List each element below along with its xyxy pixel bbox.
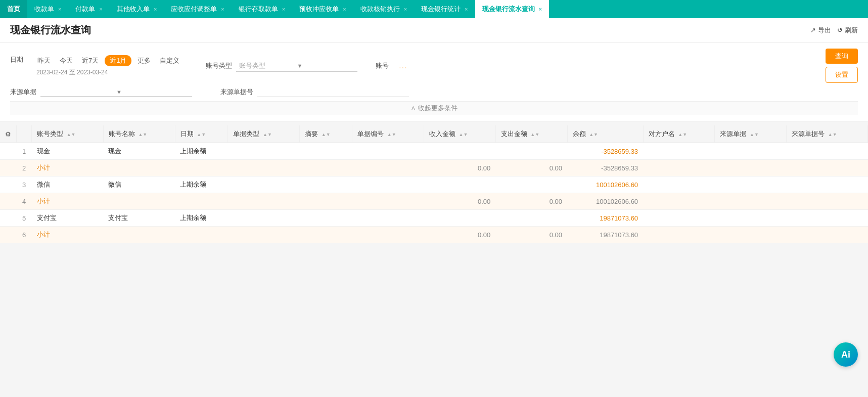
- th-source-bill[interactable]: 来源单据 ▲▼: [715, 125, 787, 143]
- cell-bill_no: [352, 160, 424, 177]
- nav-close-1[interactable]: ×: [99, 0, 102, 18]
- th-num: [17, 125, 32, 143]
- date-more-btn[interactable]: 更多: [134, 55, 154, 66]
- cell-balance: -3528659.33: [567, 143, 643, 160]
- date-yesterday-btn[interactable]: 昨天: [34, 55, 54, 66]
- nav-tab-6[interactable]: 收款核销执行 ×: [353, 0, 414, 18]
- th-account-type[interactable]: 账号类型 ▲▼: [32, 125, 104, 143]
- cell-bill_type: [228, 177, 300, 193]
- cell-income: [424, 177, 495, 193]
- cell-source_bill_no: [787, 143, 868, 160]
- th-bill-type[interactable]: 单据类型 ▲▼: [228, 125, 300, 143]
- table-area: ⚙ 账号类型 ▲▼ 账号名称 ▲▼ 日期 ▲▼ 单据类型 ▲▼: [0, 125, 868, 243]
- row-number: 5: [17, 210, 32, 227]
- date-today-btn[interactable]: 今天: [57, 55, 76, 66]
- th-balance[interactable]: 余额 ▲▼: [567, 125, 643, 143]
- nav-tab-0[interactable]: 收款单 ×: [27, 0, 68, 18]
- table-header-row: ⚙ 账号类型 ▲▼ 账号名称 ▲▼ 日期 ▲▼ 单据类型 ▲▼: [0, 125, 868, 143]
- nav-tab-2[interactable]: 其他收入单 ×: [110, 0, 164, 18]
- cell-source_bill: [715, 227, 787, 243]
- source-bill-no-filter: 来源单据号: [220, 87, 409, 97]
- nav-home[interactable]: 首页: [0, 0, 27, 18]
- search-button[interactable]: 查询: [826, 49, 858, 64]
- cell-date: [175, 160, 228, 177]
- nav-close-7[interactable]: ×: [465, 0, 468, 18]
- action-buttons: 查询 设置: [826, 49, 858, 83]
- nav-close-5[interactable]: ×: [343, 0, 346, 18]
- account-type-select[interactable]: 账号类型 ▼: [236, 60, 357, 72]
- th-bill-no[interactable]: 单据编号 ▲▼: [352, 125, 424, 143]
- th-date[interactable]: 日期 ▲▼: [175, 125, 228, 143]
- cell-summary: [300, 160, 352, 177]
- cell-summary: [300, 143, 352, 160]
- sort-counterparty-icon: ▲▼: [678, 133, 687, 137]
- cell-summary: [300, 193, 352, 210]
- cell-account_type: 支付宝: [32, 210, 104, 227]
- source-bill-label: 来源单据: [10, 87, 36, 97]
- account-type-label: 账号类型: [206, 61, 232, 70]
- nav-tab-7[interactable]: 现金银行统计 ×: [414, 0, 475, 18]
- nav-close-6[interactable]: ×: [404, 0, 407, 18]
- table-row: 6小计0.000.0019871073.60: [0, 227, 868, 243]
- nav-close-8[interactable]: ×: [539, 0, 542, 18]
- cell-source_bill: [715, 193, 787, 210]
- th-summary[interactable]: 摘要 ▲▼: [300, 125, 352, 143]
- nav-tab-3[interactable]: 应收应付调整单 ×: [164, 0, 231, 18]
- date-label: 日期: [10, 55, 30, 64]
- table-body: 1现金现金上期余额-3528659.332小计0.000.00-3528659.…: [0, 143, 868, 243]
- cell-bill_no: [352, 210, 424, 227]
- cell-income: 0.00: [424, 193, 495, 210]
- cell-account_type: 小计: [32, 227, 104, 243]
- th-income[interactable]: 收入金额 ▲▼: [424, 125, 495, 143]
- account-type-arrow-icon: ▼: [297, 63, 354, 69]
- cell-account_name: 支付宝: [103, 210, 175, 227]
- cell-counterparty: [643, 210, 715, 227]
- th-source-bill-no[interactable]: 来源单据号 ▲▼: [787, 125, 868, 143]
- account-dots-button[interactable]: ...: [399, 62, 407, 70]
- nav-tab-8[interactable]: 现金银行流水查询 ×: [475, 0, 549, 18]
- sort-account-type-icon: ▲▼: [67, 133, 76, 137]
- cell-counterparty: [643, 193, 715, 210]
- nav-close-4[interactable]: ×: [282, 0, 285, 18]
- table-row: 2小计0.000.00-3528659.33: [0, 160, 868, 177]
- source-bill-select[interactable]: ▼: [40, 88, 192, 97]
- date-7days-btn[interactable]: 近7天: [79, 55, 102, 66]
- sort-bill-type-icon: ▲▼: [263, 133, 272, 137]
- page-header: 现金银行流水查询 ↗ 导出 ↺ 刷新: [0, 18, 868, 42]
- export-button[interactable]: ↗ 导出: [810, 26, 831, 35]
- cell-date: 上期余额: [175, 177, 228, 193]
- nav-tab-1[interactable]: 付款单 ×: [68, 0, 109, 18]
- data-table: ⚙ 账号类型 ▲▼ 账号名称 ▲▼ 日期 ▲▼ 单据类型 ▲▼: [0, 125, 868, 243]
- filter-row-1: 日期 昨天 今天 近7天 近1月 更多 自定义 2023-02-24 至 202…: [10, 49, 858, 83]
- sort-income-icon: ▲▼: [459, 133, 468, 137]
- cell-counterparty: [643, 143, 715, 160]
- nav-close-0[interactable]: ×: [58, 0, 61, 18]
- settings-button[interactable]: 设置: [826, 67, 858, 83]
- nav-tab-4[interactable]: 银行存取款单 ×: [232, 0, 292, 18]
- source-bill-filter: 来源单据 ▼: [10, 87, 192, 97]
- cell-account_name: [103, 193, 175, 210]
- cell-summary: [300, 210, 352, 227]
- sort-source-bill-no-icon: ▲▼: [828, 133, 837, 137]
- th-account-name[interactable]: 账号名称 ▲▼: [103, 125, 175, 143]
- th-counterparty[interactable]: 对方户名 ▲▼: [643, 125, 715, 143]
- nav-tab-5[interactable]: 预收冲应收单 ×: [292, 0, 353, 18]
- cell-counterparty: [643, 160, 715, 177]
- account-label: 账号: [376, 61, 396, 70]
- date-custom-btn[interactable]: 自定义: [157, 55, 182, 66]
- cell-bill_no: [352, 193, 424, 210]
- page-title: 现金银行流水查询: [10, 23, 91, 37]
- cell-source_bill_no: [787, 210, 868, 227]
- date-1month-btn[interactable]: 近1月: [105, 55, 131, 66]
- refresh-button[interactable]: ↺ 刷新: [837, 26, 858, 35]
- collapse-bar[interactable]: ∧ 收起更多条件: [10, 101, 858, 115]
- cell-expense: 0.00: [495, 193, 567, 210]
- nav-close-2[interactable]: ×: [154, 0, 157, 18]
- row-gear-cell: [0, 160, 17, 177]
- source-bill-no-input[interactable]: [257, 87, 409, 97]
- th-expense[interactable]: 支出金额 ▲▼: [495, 125, 567, 143]
- cell-expense: [495, 143, 567, 160]
- cell-balance: 19871073.60: [567, 227, 643, 243]
- gear-icon[interactable]: ⚙: [5, 130, 11, 138]
- nav-close-3[interactable]: ×: [221, 0, 224, 18]
